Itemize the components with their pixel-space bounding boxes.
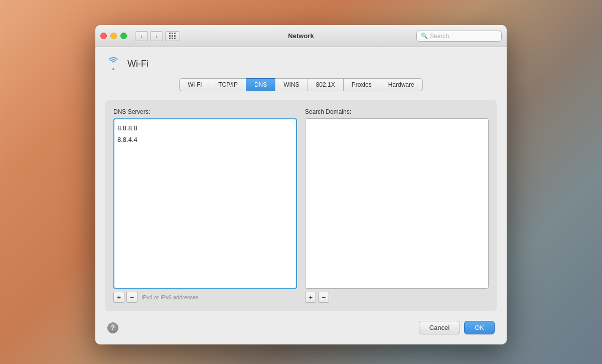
tab-hardware[interactable]: Hardware — [380, 78, 423, 91]
help-button[interactable]: ? — [107, 322, 118, 333]
wifi-icon — [105, 57, 121, 70]
dns-hint: IPv4 or IPv6 addresses — [141, 294, 199, 300]
dns-servers-list[interactable]: 8.8.8.8 8.8.4.4 — [113, 118, 297, 289]
window-title: Network — [288, 32, 314, 40]
dns-servers-label: DNS Servers: — [113, 108, 297, 115]
maximize-button[interactable] — [120, 33, 127, 39]
titlebar: ‹ › Network 🔍 Search — [95, 25, 507, 47]
cancel-button[interactable]: Cancel — [419, 321, 460, 334]
search-placeholder: Search — [430, 33, 449, 40]
ok-button[interactable]: OK — [464, 321, 495, 334]
add-search-domain-button[interactable]: + — [305, 292, 316, 303]
search-icon: 🔍 — [421, 33, 428, 39]
window-content: Wi-Fi Wi-Fi TCP/IP DNS WINS 802.1X Proxi… — [95, 47, 507, 344]
tab-proxies[interactable]: Proxies — [343, 78, 380, 91]
search-domains-controls: + − — [305, 292, 489, 303]
nav-buttons: ‹ › — [135, 31, 163, 41]
tab-8021x[interactable]: 802.1X — [308, 78, 343, 91]
grid-icon — [169, 33, 176, 40]
tab-bar: Wi-Fi TCP/IP DNS WINS 802.1X Proxies Har… — [105, 78, 497, 91]
close-button[interactable] — [100, 33, 107, 39]
network-window: ‹ › Network 🔍 Search Wi-Fi — [95, 25, 507, 344]
tab-dns[interactable]: DNS — [246, 78, 275, 91]
action-buttons: Cancel OK — [419, 321, 495, 334]
minimize-button[interactable] — [110, 33, 117, 39]
search-bar[interactable]: 🔍 Search — [416, 31, 502, 42]
search-domains-list[interactable] — [305, 118, 489, 289]
grid-view-button[interactable] — [165, 31, 180, 41]
traffic-lights — [100, 33, 127, 39]
forward-button[interactable]: › — [150, 31, 163, 41]
tab-wins[interactable]: WINS — [275, 78, 307, 91]
add-dns-server-button[interactable]: + — [113, 292, 124, 303]
tab-tcpip[interactable]: TCP/IP — [210, 78, 246, 91]
search-domains-label: Search Domains: — [305, 108, 489, 115]
dns-server-entry-1[interactable]: 8.8.8.8 — [117, 122, 293, 134]
bottom-bar: ? Cancel OK — [105, 321, 497, 334]
remove-search-domain-button[interactable]: − — [318, 292, 329, 303]
dns-server-entry-2[interactable]: 8.8.4.4 — [117, 134, 293, 145]
wifi-label: Wi-Fi — [127, 59, 148, 69]
search-domains-section: Search Domains: + − — [305, 108, 489, 303]
wifi-header: Wi-Fi — [105, 57, 497, 70]
back-button[interactable]: ‹ — [135, 31, 148, 41]
dns-servers-section: DNS Servers: 8.8.8.8 8.8.4.4 + − IPv4 or… — [113, 108, 297, 303]
dns-panel: DNS Servers: 8.8.8.8 8.8.4.4 + − IPv4 or… — [105, 100, 497, 311]
tab-wifi[interactable]: Wi-Fi — [179, 78, 210, 91]
dns-servers-controls: + − IPv4 or IPv6 addresses — [113, 292, 297, 303]
remove-dns-server-button[interactable]: − — [126, 292, 137, 303]
panels-row: DNS Servers: 8.8.8.8 8.8.4.4 + − IPv4 or… — [113, 108, 489, 303]
